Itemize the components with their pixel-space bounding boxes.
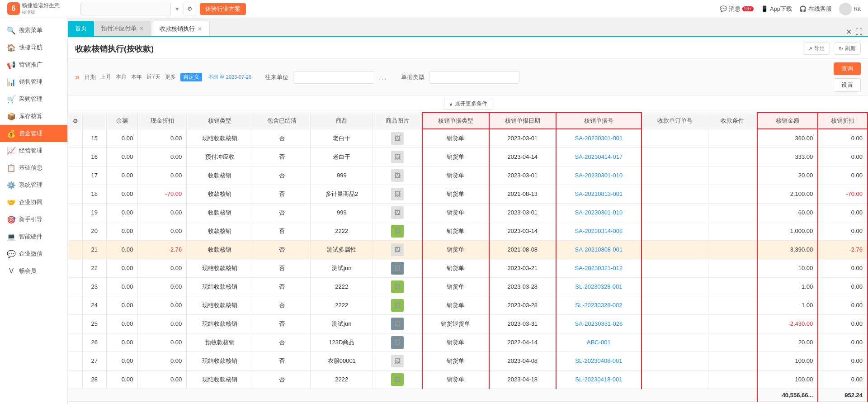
last7-link[interactable]: 近7天 [146,73,160,81]
this-year-link[interactable]: 本年 [131,73,142,81]
tab-home[interactable]: 首页 [68,21,94,36]
col-header-gear[interactable]: ⚙ [68,113,83,129]
sidebar-item-inventory[interactable]: 📦库存核算 [0,108,67,125]
cell-verify-bill-no-13[interactable]: SL-20230418-001 [556,370,642,389]
tab-prepay-close[interactable]: ✕ [139,25,144,32]
sidebar-item-guide[interactable]: 🎯新手引导 [0,211,67,228]
cell-verify-discount-5: 0.00 [818,222,868,240]
close-window-icon[interactable]: ✕ [846,28,852,36]
cell-goods-img-3: 🖼 [373,185,422,203]
col-header-verify-bill-date: 核销单报日期 [489,113,556,129]
cell-collect-order-no-6 [642,240,708,259]
message-item[interactable]: 💬 消息 99+ [720,5,754,13]
maximize-icon[interactable]: ⛶ [855,28,863,36]
sidebar-item-smart-hw[interactable]: 💻智能硬件 [0,228,67,245]
finance-icon: 💰 [7,129,15,138]
sidebar-item-member[interactable]: V畅会员 [0,262,67,280]
cell-rownum-1: 16 [83,147,107,166]
cell-verify-bill-no-0[interactable]: SA-20230301-001 [556,129,642,147]
export-button[interactable]: ↗ 导出 [803,43,830,55]
cell-balance-10: 0.00 [106,314,138,333]
cell-goods-img-9: 🖼 [373,296,422,314]
table-row: 19 0.00 0.00 收款核销 否 999 🖼 销货单 2023-03-01… [68,203,868,222]
cell-verify-bill-type-3: 销货单 [422,185,489,203]
query-button[interactable]: 查询 [834,62,861,75]
user-area[interactable]: Rit [839,3,861,15]
cell-verify-bill-no-2[interactable]: SA-20230301-010 [556,166,642,185]
this-month-link[interactable]: 本月 [116,73,127,81]
cell-verify-bill-no-4[interactable]: SA-20230301-010 [556,203,642,222]
sidebar-item-operation[interactable]: 📈经营管理 [0,142,67,159]
cell-verify-amount-10: -2,430.00 [757,314,818,333]
search-input[interactable] [80,3,171,15]
sidebar-item-system[interactable]: ⚙️系统管理 [0,176,67,194]
cell-verify-bill-date-12: 2023-04-08 [489,352,556,370]
table-row: 27 0.00 0.00 现结收款核销 否 衣服00001 🖼 销货单 2023… [68,352,868,370]
cell-cash-discount-5: 0.00 [138,222,187,240]
cell-verify-bill-no-5[interactable]: SA-20230314-008 [556,222,642,240]
tab-bar-right: ✕ ⛶ [840,28,868,36]
custom-button[interactable]: 自定义 [180,73,202,81]
bill-type-select[interactable] [429,71,519,84]
cell-verify-bill-type-10: 销货退货单 [422,314,489,333]
sidebar-item-wechat[interactable]: 💬企业微信 [0,245,67,262]
sidebar-item-quick-nav[interactable]: 🏠快捷导航 [0,39,67,56]
refresh-button[interactable]: ↻ 刷新 [834,43,861,55]
sidebar-item-finance[interactable]: 💰资金管理 [0,125,67,142]
settings-button[interactable]: 设置 [834,78,861,92]
cell-verify-type-12: 现结收款核销 [187,352,253,370]
cell-included-10: 否 [253,314,310,333]
cell-verify-bill-no-1[interactable]: SA-20230414-017 [556,147,642,166]
cell-goods-11: 123D商品 [311,333,373,352]
industry-button[interactable]: 休验行业方案 [200,3,246,15]
cell-collect-order-no-3 [642,185,708,203]
cell-collect-order-no-1 [642,147,708,166]
logo-badge: 标准版 [22,9,60,15]
cell-collect-terms-7 [708,259,757,277]
last-month-link[interactable]: 上月 [100,73,111,81]
page-content: 收款核销执行(按收款) ↗ 导出 ↻ 刷新 » 日期 上月 [68,37,868,404]
cell-verify-bill-no-6[interactable]: SA-20210808-001 [556,240,642,259]
sidebar-item-basic-info[interactable]: 📋基础信息 [0,159,67,176]
cell-included-12: 否 [253,352,310,370]
collapse-arrow-btn[interactable]: » [75,72,80,82]
sidebar-item-purchase[interactable]: 🛒采购管理 [0,90,67,108]
cell-verify-discount-8: 0.00 [818,277,868,296]
cell-verify-bill-type-7: 销货单 [422,259,489,277]
more-link[interactable]: 更多 [165,73,176,81]
sidebar-label-search-menu: 搜索菜单 [19,26,42,34]
from-unit-input[interactable] [293,71,374,84]
search-dropdown-arrow[interactable]: ▼ [175,6,180,12]
gear-button[interactable]: ⚙ [184,3,196,15]
tab-collect-verify-close[interactable]: ✕ [198,26,202,32]
sidebar-item-search-menu[interactable]: 🔍搜索菜单 [0,22,67,39]
col-header-goods: 商品 [311,113,373,129]
sidebar-item-collab[interactable]: 🤝企业协同 [0,194,67,211]
cell-verify-bill-date-5: 2023-03-14 [489,222,556,240]
cell-goods-3: 多计量商品2 [311,185,373,203]
cell-verify-bill-no-7[interactable]: SA-20230321-012 [556,259,642,277]
cell-balance-2: 0.00 [106,166,138,185]
cell-collect-terms-6 [708,240,757,259]
cell-balance-7: 0.00 [106,259,138,277]
cell-verify-type-8: 现结收款核销 [187,277,253,296]
app-download-item[interactable]: 📱 App下载 [761,5,792,13]
cell-verify-bill-no-10[interactable]: SA-20230331-026 [556,314,642,333]
table-row: 25 0.00 0.00 现结收款核销 否 测试jun 🖼 销货退货单 2023… [68,314,868,333]
cell-verify-bill-no-12[interactable]: SL-20230408-001 [556,352,642,370]
online-service-item[interactable]: 🎧 在线客服 [799,5,832,13]
sidebar-item-marketing[interactable]: 📢营销推广 [0,56,67,73]
tab-collect-verify[interactable]: 收款核销执行 ✕ [152,21,210,36]
cell-verify-bill-date-13: 2023-04-18 [489,370,556,389]
tab-prepay[interactable]: 预付冲应付单 ✕ [94,21,151,36]
cell-verify-bill-date-4: 2023-03-01 [489,203,556,222]
cell-verify-bill-no-9[interactable]: SL-20230328-002 [556,296,642,314]
sidebar-item-sales[interactable]: 📊销售管理 [0,73,67,90]
sidebar-label-system: 系统管理 [19,181,42,189]
expand-conditions-button[interactable]: ∨ 展开更多条件 [444,98,492,110]
bill-type-label: 单据类型 [401,73,425,81]
cell-verify-bill-no-3[interactable]: SA-20210813-001 [556,185,642,203]
cell-verify-bill-no-8[interactable]: SL-20230328-001 [556,277,642,296]
cell-verify-bill-no-11[interactable]: ABC-001 [556,333,642,352]
cell-verify-amount-4: 60.00 [757,203,818,222]
